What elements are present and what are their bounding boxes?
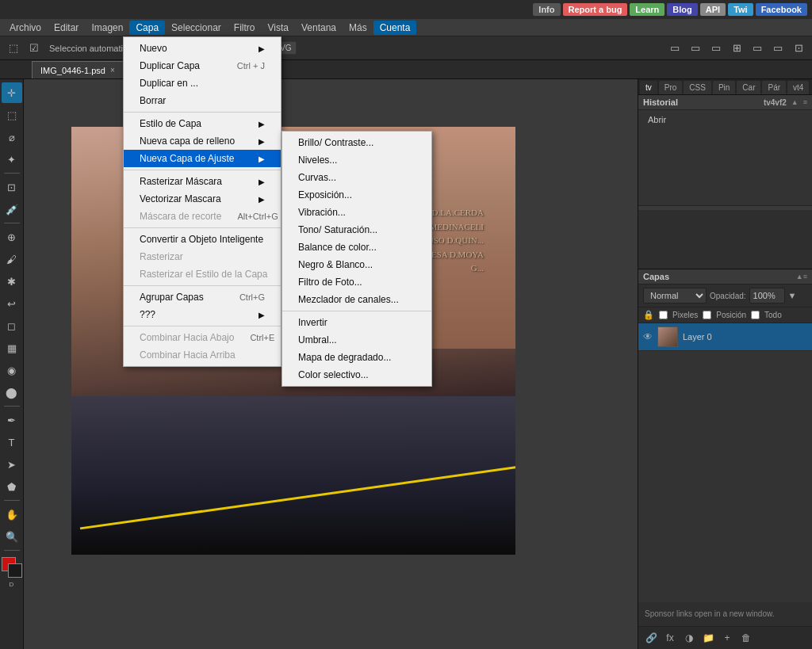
menu-filtro[interactable]: Filtro	[228, 21, 262, 35]
toolbar-divider-2	[4, 223, 20, 223]
menu-seleccionar[interactable]: Seleccionar	[165, 21, 228, 35]
tab-bar: IMG_0446-1.psd ×	[0, 60, 812, 79]
toolbar-align-icon2[interactable]: ▭	[687, 40, 704, 57]
delete-layer-icon[interactable]: 🗑	[738, 630, 754, 646]
history-collapse-arrow[interactable]: ▲	[791, 98, 799, 106]
color-mode-label[interactable]: D	[10, 581, 14, 588]
info-badge[interactable]: Info	[533, 3, 560, 16]
tool-eraser[interactable]: ◻	[2, 315, 22, 336]
menu-bar: Archivo Editar Imagen Capa Seleccionar F…	[0, 19, 812, 36]
link-layers-icon[interactable]: 🔗	[643, 630, 659, 646]
tool-marquee[interactable]: ⬚	[2, 105, 22, 125]
history-item-abrir[interactable]: Abrir	[645, 113, 806, 126]
layers-collapse-arrow[interactable]: ▲	[796, 273, 803, 281]
toolbar-tool-label: Seleccion automatica	[46, 44, 136, 53]
facebook-badge[interactable]: Facebook	[756, 3, 807, 16]
toolbar-divider-5	[4, 550, 20, 551]
top-bar: Info Report a bug Learn Blog API Twi Fac…	[0, 0, 812, 19]
toolbar-extra-icon2[interactable]: ▭	[769, 40, 787, 57]
layers-panel: Capas ▲ ≡ Normal Opacidad: ▼ 🔒 Pixeles P…	[638, 269, 812, 649]
layers-title: Capas	[643, 272, 796, 281]
tab-img0446-close[interactable]: ×	[110, 66, 115, 74]
right-tab-vt4[interactable]: vt4	[787, 81, 809, 94]
tool-move[interactable]: ✛	[2, 82, 22, 103]
menu-ventana[interactable]: Ventana	[295, 21, 343, 35]
menu-mas[interactable]: Más	[343, 21, 373, 35]
main-area: ✛ ⬚ ⌀ ✦ ⊡ 💉 ⊕ 🖌 ✱ ↩ ◻ ▦ ◉ ⬤ ✒ T ➤ ⬟ ✋ 🔍 …	[0, 79, 812, 649]
tool-lasso[interactable]: ⌀	[2, 127, 22, 147]
history-options-arrow[interactable]: ≡	[803, 98, 807, 106]
menu-imagen[interactable]: Imagen	[85, 21, 129, 35]
blend-mode-select[interactable]: Normal	[643, 288, 707, 304]
tool-checkbox-icon[interactable]: ☑	[25, 40, 43, 57]
lock-pixels-checkbox[interactable]	[659, 311, 668, 319]
tool-zoom[interactable]: 🔍	[2, 526, 22, 547]
menu-editar[interactable]: Editar	[48, 21, 85, 35]
layer-visibility-icon[interactable]: 👁	[643, 331, 653, 342]
opacity-label: Opacidad:	[710, 292, 746, 300]
twi-badge[interactable]: Twi	[728, 3, 753, 16]
report-bug-badge[interactable]: Report a bug	[563, 3, 628, 16]
lock-position-checkbox[interactable]	[703, 311, 711, 319]
right-tab-pin[interactable]: Pin	[713, 81, 735, 94]
toolbar-extra-icon1[interactable]: ▭	[749, 40, 766, 57]
toolbar-align-icon1[interactable]: ▭	[666, 40, 684, 57]
learn-badge[interactable]: Learn	[630, 3, 665, 16]
tool-wand[interactable]: ✦	[2, 149, 22, 170]
fx-icon[interactable]: fx	[662, 630, 678, 646]
history-panel: Historial tv4vf2 ▲ ≡ Abrir	[638, 95, 812, 269]
tool-brush[interactable]: 🖌	[2, 249, 22, 269]
right-tab-css[interactable]: CSS	[684, 81, 711, 94]
tool-hand[interactable]: ✋	[2, 504, 22, 525]
tool-crop[interactable]: ⊡	[2, 177, 22, 197]
opacity-input[interactable]	[749, 288, 785, 304]
toolbar-arrange-icon[interactable]: ⊞	[728, 40, 745, 57]
opacity-dropdown[interactable]: ▼	[788, 291, 797, 300]
lock-icon[interactable]: 🔒	[643, 310, 654, 320]
tool-eyedropper[interactable]: 💉	[2, 199, 22, 220]
menu-cuenta[interactable]: Cuenta	[373, 21, 417, 35]
right-panel-tabs: tv Pro CSS Pin Car Pár vt4	[638, 79, 812, 95]
layer-row-0[interactable]: 👁 Layer 0	[638, 323, 812, 351]
tool-heal[interactable]: ⊕	[2, 227, 22, 247]
menu-vista[interactable]: Vista	[261, 21, 294, 35]
lock-todo-checkbox[interactable]	[751, 311, 760, 319]
right-tab-par[interactable]: Pár	[762, 81, 786, 94]
toolbar-divider-1	[4, 173, 20, 174]
adjustment-icon[interactable]: ◑	[681, 630, 697, 646]
toolbar-svg-button[interactable]: ↓SVG	[264, 41, 296, 55]
inscription-overlay: LUIS D.LA.CERDA DUQUE D.MEDINACELI ALONS…	[389, 206, 484, 276]
menu-capa[interactable]: Capa	[129, 21, 165, 35]
color-picker[interactable]	[2, 557, 22, 578]
toolbar-align-icon3[interactable]: ▭	[707, 40, 725, 57]
right-tab-car[interactable]: Car	[737, 81, 760, 94]
tool-shape[interactable]: ⬟	[2, 476, 22, 497]
toolbar-extra-icon3[interactable]: ⊡	[790, 40, 807, 57]
tool-stamp[interactable]: ✱	[2, 271, 22, 292]
blog-badge[interactable]: Blog	[667, 3, 697, 16]
layers-footer: 🔗 fx ◑ 📁 + 🗑	[638, 626, 812, 649]
right-panel: tv Pro CSS Pin Car Pár vt4 Historial tv4…	[638, 79, 812, 649]
right-tab-pro[interactable]: Pro	[659, 81, 683, 94]
tab-img0446[interactable]: IMG_0446-1.psd ×	[32, 61, 124, 78]
tool-blur[interactable]: ◉	[2, 360, 22, 380]
toolbar-zoom-select[interactable]: 1x2x	[194, 40, 226, 56]
tool-select-icon[interactable]: ⬚	[5, 40, 22, 57]
api-badge[interactable]: API	[700, 3, 726, 16]
tool-pen[interactable]: ✒	[2, 410, 22, 430]
tool-gradient[interactable]: ▦	[2, 338, 22, 358]
tool-path-select[interactable]: ➤	[2, 454, 22, 475]
toolbar-divider-3	[4, 406, 20, 407]
menu-archivo[interactable]: Archivo	[3, 21, 48, 35]
right-tab-tv[interactable]: tv	[640, 81, 657, 94]
tool-text[interactable]: T	[2, 432, 22, 452]
new-layer-icon[interactable]: +	[719, 630, 735, 646]
tool-history-brush[interactable]: ↩	[2, 293, 22, 314]
history-content: Abrir	[638, 110, 812, 205]
layers-options-arrow[interactable]: ≡	[803, 273, 807, 281]
tool-dodge[interactable]: ⬤	[2, 382, 22, 403]
toolbar-distancia-label: Distancia	[149, 44, 191, 53]
background-color[interactable]	[8, 563, 22, 578]
toolbar-png-button[interactable]: ↓PNG	[229, 41, 262, 55]
folder-icon[interactable]: 📁	[700, 630, 716, 646]
